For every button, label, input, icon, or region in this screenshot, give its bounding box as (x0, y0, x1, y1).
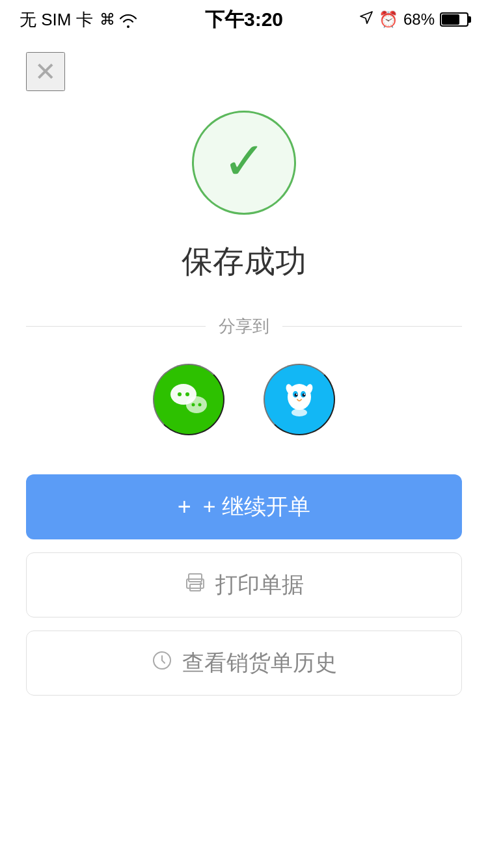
battery-percent: 68% (403, 10, 435, 29)
qq-share-button[interactable] (264, 364, 335, 435)
svg-point-13 (304, 394, 305, 395)
carrier-text: 无 SIM 卡 (20, 8, 93, 31)
close-button[interactable]: ✕ (26, 52, 65, 91)
svg-point-4 (192, 403, 195, 407)
svg-rect-16 (189, 574, 202, 582)
share-divider: 分享到 (26, 315, 462, 338)
svg-point-19 (200, 582, 202, 585)
plus-icon: + (178, 493, 191, 521)
success-circle: ✓ (192, 111, 296, 215)
history-icon (151, 649, 173, 677)
wechat-share-button[interactable] (153, 364, 224, 435)
history-label: 查看销货单历史 (182, 648, 337, 678)
history-button[interactable]: 查看销货单历史 (26, 631, 462, 696)
checkmark-icon: ✓ (223, 135, 266, 187)
status-left: 无 SIM 卡 ⌘ (20, 8, 137, 31)
location-icon (359, 10, 373, 29)
share-label: 分享到 (219, 315, 269, 338)
svg-point-7 (291, 409, 307, 416)
svg-point-10 (295, 394, 298, 397)
svg-point-1 (178, 392, 182, 396)
status-bar: 无 SIM 卡 ⌘ 下午3:20 ⏰ 68% (0, 0, 488, 39)
success-title: 保存成功 (182, 241, 306, 282)
svg-point-11 (303, 394, 306, 397)
close-icon: ✕ (34, 59, 57, 85)
print-label: 打印单据 (215, 570, 304, 600)
printer-icon (184, 571, 206, 599)
action-buttons: + + 继续开单 打印单据 查看销货单历 (26, 474, 462, 696)
qq-icon (283, 380, 316, 419)
main-content: ✕ ✓ 保存成功 分享到 (0, 39, 488, 722)
continue-button[interactable]: + + 继续开单 (26, 474, 462, 539)
svg-point-2 (185, 392, 189, 396)
svg-point-12 (296, 394, 297, 395)
alarm-icon: ⏰ (379, 10, 398, 29)
divider-right (282, 326, 462, 327)
status-time: 下午3:20 (205, 7, 283, 33)
continue-label: + 继续开单 (203, 492, 310, 522)
svg-point-5 (198, 403, 202, 407)
share-icons (153, 364, 335, 435)
wechat-icon (169, 383, 208, 416)
status-right: ⏰ 68% (359, 10, 468, 29)
print-button[interactable]: 打印单据 (26, 552, 462, 617)
svg-point-3 (186, 396, 207, 413)
battery-icon (440, 12, 468, 27)
wifi-icon: ⌘ (100, 10, 138, 29)
divider-left (26, 326, 206, 327)
